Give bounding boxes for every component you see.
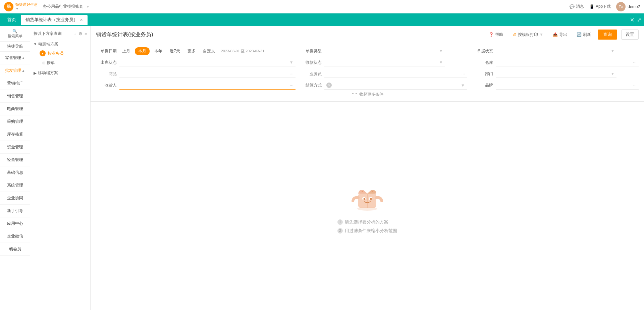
sidebar-item-basic-label: 基础信息 bbox=[7, 170, 23, 175]
date-this-year[interactable]: 本年 bbox=[152, 47, 165, 55]
breadcrumb-dropdown-icon[interactable]: ▼ bbox=[86, 4, 90, 9]
sidebar-item-marketing[interactable]: 营销推广 bbox=[0, 77, 30, 90]
warehouse-label: 仓库 bbox=[472, 60, 496, 65]
filter-area: 单据日期 上月 本月 本年 近7天 更多 自定义 2023-03-01 至 20… bbox=[91, 43, 644, 102]
collapse-button[interactable]: ⌃⌃ 收起更多条件 bbox=[351, 92, 383, 97]
tab-close-window-icon[interactable]: ✕ bbox=[630, 17, 634, 23]
panel-header: 按以下方案查询 + ⚙ « bbox=[30, 29, 90, 39]
sidebar-item-finance[interactable]: 资金管理 bbox=[0, 141, 30, 154]
sidebar-quick-nav[interactable]: 快捷导航 bbox=[0, 42, 30, 52]
payment-status-chevron-icon: ▼ bbox=[439, 60, 443, 65]
user-menu[interactable]: Ea demo2 bbox=[616, 2, 640, 11]
brand-label: 品牌 bbox=[472, 83, 496, 88]
username-label: demo2 bbox=[628, 4, 640, 9]
sidebar-item-wholesale-label: 批发管理 bbox=[5, 68, 21, 73]
query-button[interactable]: 查询 bbox=[598, 30, 617, 40]
payment-status-label: 收款状态 bbox=[301, 60, 324, 65]
sidebar-item-newbie-label: 新手引导 bbox=[7, 208, 23, 214]
settlement-clear-button[interactable]: ✕ bbox=[326, 83, 332, 88]
sidebar-item-app-center[interactable]: 应用中心 bbox=[0, 217, 30, 230]
scheme-group-mobile-title[interactable]: ▶ 移动端方案 bbox=[30, 69, 90, 77]
sidebar-item-retail[interactable]: 零售管理 ▲ bbox=[0, 52, 30, 64]
settings-button[interactable]: 设置 bbox=[621, 30, 639, 40]
content-area: 销货单统计表(按业务员) ❓ 帮助 🖨 按模板打印 ▼ 📤 导出 🔄 刷新 bbox=[91, 26, 644, 310]
print-dropdown-icon[interactable]: ▼ bbox=[539, 32, 543, 37]
sidebar-item-newbie[interactable]: 新手引导 bbox=[0, 205, 30, 217]
refresh-button[interactable]: 🔄 刷新 bbox=[574, 31, 594, 39]
filter-receiver-cell: 收货人 ··· bbox=[96, 81, 296, 90]
filter-brand-cell: 品牌 ··· bbox=[472, 82, 639, 90]
scheme-item-by-staff[interactable]: ● 按业务员 bbox=[30, 48, 90, 58]
sidebar-item-ecommerce[interactable]: 电商管理 bbox=[0, 103, 30, 115]
payment-status-dropdown[interactable]: ▼ bbox=[324, 59, 445, 66]
tab-bar: 首页 销货单统计表（按业务员） ✕ ✕ ⤢ bbox=[0, 13, 644, 26]
sidebar-item-sales[interactable]: 销售管理 bbox=[0, 90, 30, 103]
message-button[interactable]: 💬 消息 bbox=[570, 4, 584, 9]
print-button[interactable]: 🖨 按模板打印 ▼ bbox=[510, 31, 546, 39]
tab-expand-icon[interactable]: ⤢ bbox=[637, 17, 641, 23]
message-icon: 💬 bbox=[570, 4, 575, 9]
sub-item-by-order-label: 按单 bbox=[47, 60, 55, 66]
filter-payment-status-cell: 收款状态 ▼ bbox=[301, 59, 467, 66]
sidebar-item-member[interactable]: 畅会员 bbox=[0, 243, 30, 256]
brand-input[interactable]: ··· bbox=[496, 82, 639, 90]
date-this-month[interactable]: 本月 bbox=[135, 47, 150, 55]
help-label: 帮助 bbox=[495, 32, 503, 38]
sidebar-search[interactable]: 🔍 搜索菜单 bbox=[0, 26, 30, 42]
doc-type-label: 单据类型 bbox=[301, 48, 324, 54]
receiver-input[interactable]: ··· bbox=[119, 81, 296, 90]
svg-point-4 bbox=[364, 198, 365, 200]
doc-status-dropdown[interactable]: ▼ bbox=[496, 47, 616, 55]
export-label: 导出 bbox=[559, 32, 567, 38]
receiver-label: 收货人 bbox=[96, 83, 119, 88]
settlement-label: 结算方式 bbox=[301, 83, 324, 88]
sidebar-item-inventory[interactable]: 库存核算 bbox=[0, 128, 30, 141]
dept-dropdown[interactable]: ▼ bbox=[496, 70, 616, 78]
doc-type-dropdown[interactable]: ▼ bbox=[324, 47, 445, 55]
sidebar-item-app-center-label: 应用中心 bbox=[7, 221, 23, 226]
scheme-group-desktop-title[interactable]: ▼ 电脑端方案 bbox=[30, 40, 90, 48]
sidebar-item-operation[interactable]: 经营管理 bbox=[0, 154, 30, 166]
date-last-7days[interactable]: 近7天 bbox=[167, 47, 183, 55]
staff-input[interactable]: ··· bbox=[324, 70, 467, 78]
sub-item-by-order[interactable]: ⊞ 按单 bbox=[30, 58, 90, 67]
refresh-label: 刷新 bbox=[583, 32, 591, 38]
date-more[interactable]: 更多 bbox=[185, 47, 198, 55]
settings-scheme-icon[interactable]: ⚙ bbox=[78, 31, 83, 37]
dept-label: 部门 bbox=[472, 71, 496, 77]
help-button[interactable]: ❓ 帮助 bbox=[486, 31, 506, 39]
tab-home[interactable]: 首页 bbox=[3, 15, 21, 25]
collapse-panel-icon[interactable]: « bbox=[85, 31, 87, 37]
product-dots-icon: ··· bbox=[290, 71, 293, 76]
date-custom[interactable]: 自定义 bbox=[200, 47, 218, 55]
sidebar-search-label: 搜索菜单 bbox=[2, 34, 28, 39]
settlement-input[interactable]: ✕ ▼ bbox=[324, 81, 467, 90]
product-input[interactable]: ··· bbox=[119, 70, 296, 78]
page-header: 销货单统计表(按业务员) ❓ 帮助 🖨 按模板打印 ▼ 📤 导出 🔄 刷新 bbox=[91, 26, 644, 43]
panel-title: 按以下方案查询 bbox=[34, 31, 62, 37]
export-button[interactable]: 📤 导出 bbox=[550, 31, 570, 39]
collapse-row: ⌃⌃ 收起更多条件 bbox=[96, 92, 639, 97]
print-icon: 🖨 bbox=[513, 32, 517, 37]
active-scheme-dot: ● bbox=[40, 50, 46, 56]
sidebar-item-corp-wechat[interactable]: 企业微信 bbox=[0, 230, 30, 243]
sidebar-item-basic[interactable]: 基础信息 bbox=[0, 166, 30, 179]
sidebar-item-wholesale[interactable]: 批发管理 ▲ bbox=[0, 64, 30, 77]
tip-text-1: 请先选择要分析的方案 bbox=[345, 218, 388, 226]
help-icon: ❓ bbox=[489, 32, 494, 37]
sidebar-item-enterprise[interactable]: 企业协同 bbox=[0, 192, 30, 205]
sidebar-item-purchase[interactable]: 采购管理 bbox=[0, 115, 30, 128]
out-status-dropdown[interactable]: ▼ bbox=[119, 59, 296, 66]
tab-close-icon[interactable]: ✕ bbox=[80, 18, 83, 22]
staff-label: 业务员 bbox=[301, 71, 324, 77]
date-last-month[interactable]: 上月 bbox=[119, 47, 133, 55]
warehouse-input[interactable]: ··· bbox=[496, 58, 639, 66]
scheme-group-desktop: ▼ 电脑端方案 ● 按业务员 ⊞ 按单 bbox=[30, 40, 90, 67]
add-scheme-icon[interactable]: + bbox=[74, 31, 76, 37]
tab-sales-stat[interactable]: 销货单统计表（按业务员） ✕ bbox=[21, 15, 88, 25]
scheme-group-mobile: ▶ 移动端方案 bbox=[30, 69, 90, 77]
refresh-icon: 🔄 bbox=[577, 32, 582, 37]
sidebar-quick-label: 快捷导航 bbox=[7, 44, 23, 49]
app-download-button[interactable]: 📱 App下载 bbox=[589, 4, 611, 9]
sidebar-item-system[interactable]: 系统管理 bbox=[0, 179, 30, 192]
